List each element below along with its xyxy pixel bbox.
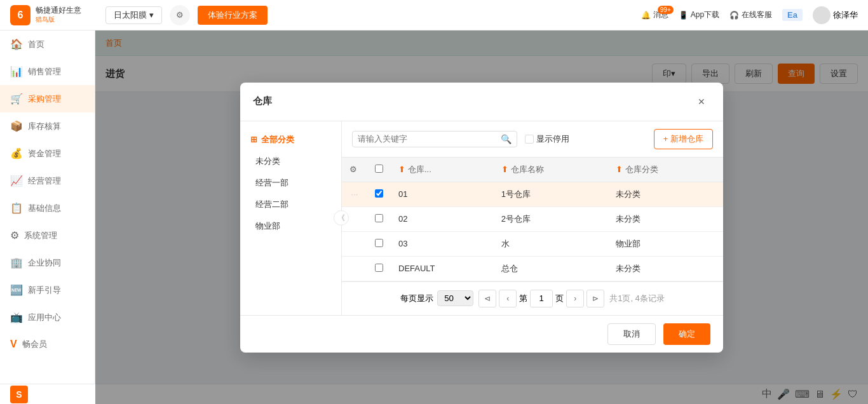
select-all-checkbox[interactable] bbox=[375, 165, 383, 173]
sidebar-label-finance: 资金管理 bbox=[28, 148, 61, 159]
sidebar-item-sysadmin[interactable]: ⚙ 系统管理 bbox=[0, 222, 95, 249]
sidebar-item-appcenter[interactable]: 📺 应用中心 bbox=[0, 304, 95, 331]
col-header-checkbox[interactable] bbox=[367, 158, 391, 182]
sidebar-label-home: 首页 bbox=[28, 39, 44, 50]
sidebar-item-purchase[interactable]: 🛒 采购管理 bbox=[0, 85, 95, 112]
category-all-label: 全部分类 bbox=[261, 134, 294, 145]
row-checkbox-cell[interactable] bbox=[367, 231, 391, 256]
prev-page-button[interactable]: ‹ bbox=[499, 290, 517, 307]
row-code-cell: 02 bbox=[391, 206, 494, 231]
page-number-input[interactable] bbox=[530, 290, 553, 307]
home-icon: 🏠 bbox=[10, 38, 23, 50]
user-info[interactable]: 徐泽华 bbox=[813, 6, 858, 24]
next-page-button[interactable]: › bbox=[566, 290, 584, 307]
settings-col-icon: ⚙ bbox=[349, 165, 357, 174]
row-checkbox-cell[interactable] bbox=[367, 182, 391, 206]
warehouse-modal: 仓库 ✕ ⊞ 全部分类 未分类 经营一部 经营二部 bbox=[240, 83, 723, 353]
category-item-unclassified[interactable]: 未分类 bbox=[240, 151, 341, 172]
show-disabled-checkbox[interactable] bbox=[525, 135, 534, 144]
row-category-cell: 未分类 bbox=[608, 182, 723, 206]
settings-button[interactable]: ⚙ bbox=[170, 5, 190, 25]
page-nav: ⊲ ‹ 第 页 › ⊳ bbox=[478, 290, 604, 307]
last-page-button[interactable]: ⊳ bbox=[587, 290, 604, 307]
sidebar-label-guide: 新手引导 bbox=[28, 285, 61, 296]
trial-button[interactable]: 体验行业方案 bbox=[198, 6, 268, 25]
col-code-label: 仓库... bbox=[408, 164, 431, 175]
modal-title: 仓库 bbox=[253, 95, 272, 107]
app-sub: 猎鸟版 bbox=[36, 15, 81, 24]
customer-service-item[interactable]: 🎧 在线客服 bbox=[729, 10, 772, 20]
row-checkbox-cell[interactable] bbox=[367, 256, 391, 281]
row-settings-cell bbox=[342, 256, 367, 281]
ea-badge: Ea bbox=[782, 9, 803, 21]
cancel-button[interactable]: 取消 bbox=[607, 323, 656, 345]
sidebar-item-operations[interactable]: 📈 经营管理 bbox=[0, 167, 95, 194]
row-checkbox[interactable] bbox=[375, 264, 383, 272]
table-row[interactable]: DEFAULT 总仓 未分类 bbox=[342, 256, 723, 281]
row-more-btn[interactable]: ··· bbox=[351, 189, 358, 199]
basicinfo-icon: 📋 bbox=[10, 202, 23, 214]
category-header[interactable]: ⊞ 全部分类 bbox=[240, 129, 341, 151]
sidebar-label-sales: 销售管理 bbox=[28, 66, 61, 77]
category-item-ops2[interactable]: 经营二部 bbox=[240, 194, 341, 215]
enterprise-icon: 🏢 bbox=[10, 257, 23, 269]
per-page-selector: 每页显示 50 10 20 100 bbox=[400, 290, 473, 306]
table-row[interactable]: 02 2号仓库 未分类 bbox=[342, 206, 723, 231]
per-page-select[interactable]: 50 10 20 100 bbox=[437, 290, 473, 306]
window-controls: ✕ bbox=[693, 93, 710, 111]
headset-icon: 🎧 bbox=[729, 11, 739, 20]
search-input[interactable] bbox=[358, 134, 501, 144]
search-icon[interactable]: 🔍 bbox=[501, 134, 512, 144]
table-header-row: ⚙ ⬆ 仓库... bbox=[342, 158, 723, 182]
row-name-cell: 1号仓库 bbox=[494, 182, 609, 206]
app-download-item[interactable]: 📱 App下载 bbox=[679, 10, 719, 20]
page-prefix: 第 bbox=[519, 293, 527, 304]
new-warehouse-button[interactable]: + 新增仓库 bbox=[654, 129, 713, 149]
row-checkbox[interactable] bbox=[375, 239, 383, 247]
sidebar-item-home[interactable]: 🏠 首页 bbox=[0, 30, 95, 58]
show-disabled-label[interactable]: 显示停用 bbox=[525, 133, 569, 145]
inventory-icon: 📦 bbox=[10, 120, 23, 132]
row-category-cell: 物业部 bbox=[608, 231, 723, 256]
operations-icon: 📈 bbox=[10, 175, 23, 187]
sidebar-item-enterprise[interactable]: 🏢 企业协同 bbox=[0, 249, 95, 276]
sidebar-item-inventory[interactable]: 📦 库存核算 bbox=[0, 112, 95, 140]
store-selector[interactable]: 日太阳膜 ▾ bbox=[105, 6, 162, 24]
row-checkbox-cell[interactable] bbox=[367, 206, 391, 231]
sidebar: 🏠 首页 📊 销售管理 🛒 采购管理 📦 库存核算 💰 资金管理 📈 经营管理 … bbox=[0, 30, 95, 404]
table-row[interactable]: 03 水 物业部 bbox=[342, 231, 723, 256]
row-code-cell: 03 bbox=[391, 231, 494, 256]
sidebar-item-sales[interactable]: 📊 销售管理 bbox=[0, 58, 95, 85]
sidebar-label-inventory: 库存核算 bbox=[28, 121, 61, 132]
page-unit: 页 bbox=[555, 293, 564, 304]
row-name-cell: 总仓 bbox=[494, 256, 609, 281]
col-header-code: ⬆ 仓库... bbox=[391, 158, 494, 182]
first-page-button[interactable]: ⊲ bbox=[478, 290, 496, 307]
row-checkbox[interactable] bbox=[375, 189, 383, 198]
sidebar-label-sysadmin: 系统管理 bbox=[24, 230, 57, 241]
row-category-cell: 未分类 bbox=[608, 206, 723, 231]
header-right: 🔔 消息 99+ 📱 App下载 🎧 在线客服 Ea 徐泽华 bbox=[641, 6, 858, 24]
collapse-category-button[interactable]: 《 bbox=[334, 210, 349, 226]
sysadmin-icon: ⚙ bbox=[10, 229, 19, 241]
notifications-badge: 99+ bbox=[658, 6, 674, 14]
confirm-button[interactable]: 确定 bbox=[663, 323, 710, 345]
app-download-label: App下载 bbox=[691, 10, 719, 20]
sidebar-item-finance[interactable]: 💰 资金管理 bbox=[0, 140, 95, 167]
sidebar-item-member[interactable]: V 畅会员 bbox=[0, 331, 95, 358]
category-item-property[interactable]: 物业部 bbox=[240, 215, 341, 237]
table-row[interactable]: ··· 01 1号仓库 未分类 bbox=[342, 182, 723, 206]
bottom-left: S bbox=[10, 386, 28, 403]
sidebar-item-basicinfo[interactable]: 📋 基础信息 bbox=[0, 194, 95, 222]
content-panel: 🔍 显示停用 + 新增仓库 bbox=[342, 121, 723, 315]
sidebar-item-guide[interactable]: 🆕 新手引导 bbox=[0, 276, 95, 304]
modal-close-button[interactable]: ✕ bbox=[693, 93, 710, 111]
row-checkbox[interactable] bbox=[375, 214, 383, 222]
notifications-item[interactable]: 🔔 消息 99+ bbox=[641, 10, 668, 20]
app-logo-icon: 6 bbox=[10, 5, 31, 25]
category-item-ops1[interactable]: 经营一部 bbox=[240, 172, 341, 194]
search-box: 🔍 bbox=[352, 131, 517, 147]
sidebar-label-basicinfo: 基础信息 bbox=[28, 203, 61, 214]
row-name-cell: 2号仓库 bbox=[494, 206, 609, 231]
finance-icon: 💰 bbox=[10, 147, 23, 159]
